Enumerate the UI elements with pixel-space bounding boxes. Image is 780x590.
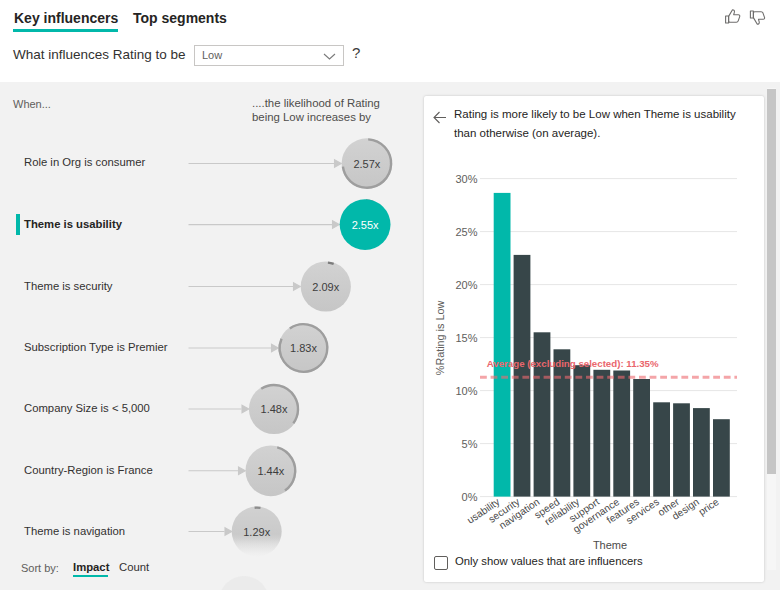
svg-text:10%: 10% [455,385,477,397]
svg-text:1.83x: 1.83x [290,342,317,354]
svg-text:25%: 25% [455,226,477,238]
svg-text:1.44x: 1.44x [257,465,284,477]
svg-text:15%: 15% [455,332,477,344]
svg-text:price: price [696,496,721,518]
svg-text:Average (excluding selected):: Average (excluding selected): 11.35% [487,358,659,369]
svg-text:2.09x: 2.09x [312,281,339,293]
svg-text:20%: 20% [455,279,477,291]
svg-text:%Rating is Low: %Rating is Low [434,301,446,376]
svg-text:30%: 30% [455,173,477,185]
svg-text:2.55x: 2.55x [352,219,379,231]
svg-text:2.57x: 2.57x [353,158,380,170]
svg-text:0%: 0% [462,491,478,503]
svg-text:Theme: Theme [593,539,627,551]
svg-text:1.48x: 1.48x [261,403,288,415]
svg-text:5%: 5% [462,438,478,450]
svg-text:1.29x: 1.29x [243,526,270,538]
